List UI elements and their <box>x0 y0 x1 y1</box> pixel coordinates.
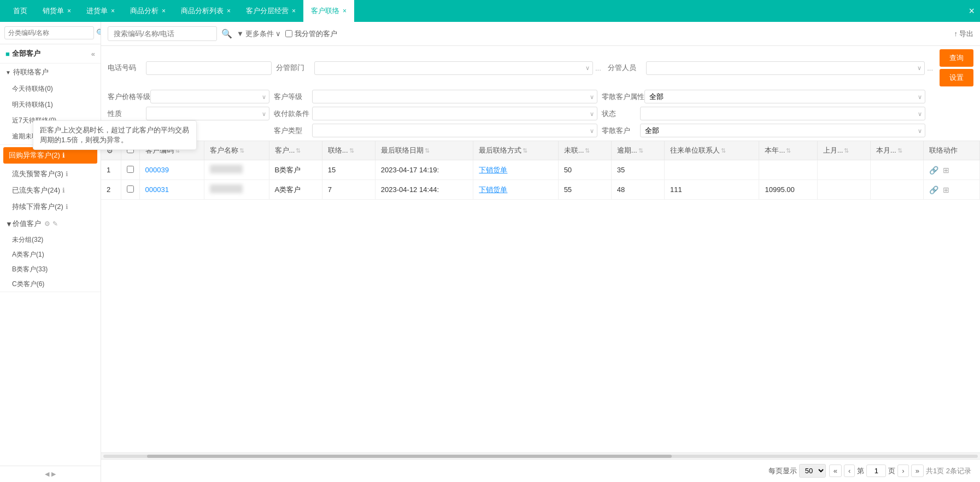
horizontal-scrollbar[interactable] <box>101 452 980 459</box>
main-search-input[interactable] <box>108 26 217 41</box>
sidebar-declining[interactable]: 持续下滑客户(2) ℹ <box>0 199 101 215</box>
next-page-button[interactable]: › <box>897 464 908 477</box>
cell-last-method[interactable]: 下销货单 <box>473 180 558 200</box>
retail-attr-select[interactable]: 全部 <box>644 90 925 103</box>
cell-checkbox[interactable] <box>121 180 139 200</box>
cell-name <box>204 160 269 180</box>
action-link-icon[interactable]: 🔗 <box>929 166 938 175</box>
person-select[interactable] <box>646 61 925 75</box>
scroll-track[interactable] <box>103 455 978 458</box>
th-overdue[interactable]: 逾期...⇅ <box>611 141 664 160</box>
th-last-date[interactable]: 最后联络日期⇅ <box>375 141 473 160</box>
page-number-input[interactable] <box>866 464 886 477</box>
nav-product-analysis-list[interactable]: 商品分析列表 × <box>173 0 238 22</box>
already-lost-info-icon[interactable]: ℹ <box>62 187 65 194</box>
close-product-analysis-list[interactable]: × <box>227 7 231 15</box>
th-last-method[interactable]: 最后联络方式⇅ <box>473 141 558 160</box>
category-search-icon[interactable]: 🔍 <box>96 28 101 37</box>
first-page-button[interactable]: « <box>829 464 842 477</box>
close-customer-contact[interactable]: × <box>343 7 347 15</box>
nav-sales-order[interactable]: 销货单 × <box>35 0 79 22</box>
settings-button[interactable]: 设置 <box>940 69 973 86</box>
my-customer-filter[interactable]: 我分管的客户 <box>285 29 337 39</box>
action-grid-icon[interactable]: ⊞ <box>943 166 949 175</box>
per-page-select[interactable]: 50 <box>799 464 826 478</box>
nav-purchase-order[interactable]: 进货单 × <box>79 0 122 22</box>
declining-info-icon[interactable]: ℹ <box>66 203 68 211</box>
action-grid-icon[interactable]: ⊞ <box>943 185 949 194</box>
price-grade-select[interactable] <box>150 90 269 103</box>
gender-select[interactable] <box>146 107 269 120</box>
category-search-input[interactable] <box>4 26 94 39</box>
retail-customer-select[interactable]: 全部 <box>640 124 925 137</box>
phone-filter: 电话号码 <box>108 61 272 75</box>
sidebar-tomorrow-pending[interactable]: 明天待联络(1) <box>0 97 101 113</box>
nav-customer-contact[interactable]: 客户联络 × <box>303 0 354 22</box>
th-this-month[interactable]: 本月...⇅ <box>870 141 923 160</box>
abnormal-info-icon[interactable]: ℹ <box>62 152 65 159</box>
sidebar-c-class[interactable]: C类客户(6) <box>0 277 101 292</box>
prev-page-button[interactable]: ‹ <box>844 464 855 477</box>
value-settings-icon[interactable]: ⚙ <box>44 220 50 228</box>
cell-checkbox[interactable] <box>121 160 139 180</box>
phone-input[interactable] <box>146 61 272 75</box>
cell-last-method[interactable]: 下销货单 <box>473 160 558 180</box>
status-select[interactable] <box>640 107 925 120</box>
close-customer-segment[interactable]: × <box>292 7 296 15</box>
sidebar-today-pending[interactable]: 今天待联络(0) <box>0 81 101 97</box>
dept-select[interactable] <box>314 61 593 75</box>
dept-dots[interactable]: ... <box>593 64 603 72</box>
th-uncontacted[interactable]: 未联...⇅ <box>558 141 611 160</box>
sidebar-a-class[interactable]: A类客户(1) <box>0 247 101 262</box>
nav-customer-segment[interactable]: 客户分层经营 × <box>238 0 303 22</box>
retail-customer-label: 零散客户 <box>602 126 640 136</box>
value-edit-icon[interactable]: ✎ <box>52 220 58 228</box>
th-contact[interactable]: 联络...⇅ <box>322 141 375 160</box>
action-link-icon[interactable]: 🔗 <box>929 185 938 194</box>
sidebar-b-class[interactable]: B类客户(33) <box>0 262 101 277</box>
filter-section: 电话号码 分管部门 ∨ ... 分管人员 ∨ <box>101 46 980 141</box>
top-navigation: 首页 销货单 × 进货单 × 商品分析 × 商品分析列表 × 客户分层经营 × … <box>0 0 980 22</box>
th-this-year[interactable]: 本年...⇅ <box>759 141 817 160</box>
sidebar-expand-btn[interactable]: ◀ ▶ <box>45 471 55 478</box>
lost-warning-info-icon[interactable]: ℹ <box>66 170 68 178</box>
th-last-month[interactable]: 上月...⇅ <box>817 141 870 160</box>
th-action[interactable]: 联络动作 <box>923 141 979 160</box>
sidebar-lost-warning[interactable]: 流失预警客户(3) ℹ <box>0 166 101 182</box>
pay-term-select[interactable] <box>312 107 597 120</box>
close-product-analysis[interactable]: × <box>162 7 166 15</box>
sidebar-unclassified[interactable]: 未分组(32) <box>0 233 101 247</box>
th-type[interactable]: 客户...⇅ <box>269 141 322 160</box>
tooltip-box: 距客户上次交易时长，超过了此客户的平均交易周期的1.5倍，则视为异常。 <box>33 120 101 150</box>
th-name[interactable]: 客户名称⇅ <box>204 141 269 160</box>
value-customer-title[interactable]: ▼ 价值客户 ⚙ ✎ <box>0 215 101 233</box>
cell-action[interactable]: 🔗 ⊞ <box>923 180 979 200</box>
close-sales-order[interactable]: × <box>67 7 71 15</box>
nav-home[interactable]: 首页 <box>5 0 35 22</box>
row-checkbox[interactable] <box>127 166 134 173</box>
grade-select[interactable] <box>312 90 597 103</box>
close-purchase-order[interactable]: × <box>111 7 115 15</box>
cell-action[interactable]: 🔗 ⊞ <box>923 160 979 180</box>
sidebar-collapse-icon[interactable]: « <box>91 50 95 58</box>
pending-contact-title[interactable]: ▼ 待联络客户 <box>0 63 101 81</box>
more-conditions-button[interactable]: ▼ 更多条件 ∨ <box>237 29 281 39</box>
nav-product-analysis[interactable]: 商品分析 × <box>122 0 173 22</box>
price-grade-filter: 客户价格等级 ∨ <box>108 90 269 103</box>
row-checkbox[interactable] <box>127 185 134 193</box>
my-customer-checkbox[interactable] <box>285 30 292 37</box>
person-dots[interactable]: ... <box>925 64 935 72</box>
query-button[interactable]: 查询 <box>940 49 973 67</box>
cell-liaison <box>664 160 759 180</box>
customer-type-select[interactable] <box>312 124 597 137</box>
last-page-button[interactable]: » <box>911 464 924 477</box>
filter-row-3: 性质 ∨ 收付款条件 ∨ 状态 <box>108 107 973 120</box>
price-grade-label: 客户价格等级 <box>108 92 150 102</box>
scroll-thumb[interactable] <box>147 455 672 458</box>
sidebar-already-lost[interactable]: 已流失客户(24) ℹ <box>0 182 101 199</box>
main-layout: 🔍 ■ 全部客户 « ▼ 待联络客户 今天待联络(0) 明天待联络(1) 近7天… <box>0 22 980 482</box>
th-liaison[interactable]: 往来单位联系人⇅ <box>664 141 759 160</box>
close-window-button[interactable]: × <box>969 5 975 17</box>
export-button[interactable]: ↑ 导出 <box>954 29 974 39</box>
main-search-button[interactable]: 🔍 <box>221 28 232 39</box>
